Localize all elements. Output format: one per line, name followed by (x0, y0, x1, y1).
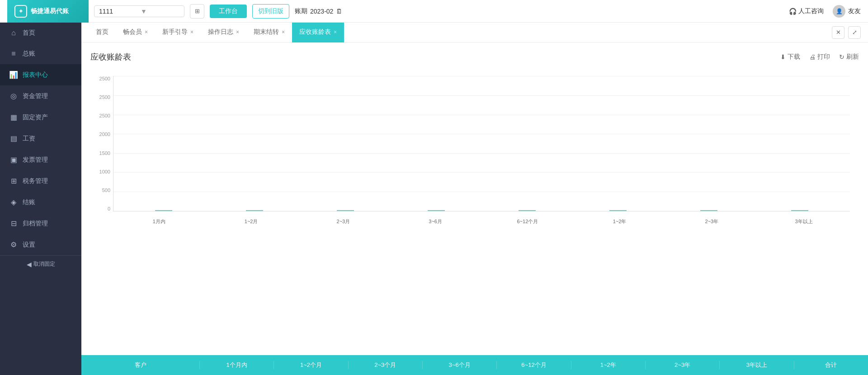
close-icon[interactable]: × (145, 29, 148, 35)
sidebar-item-ledger[interactable]: ≡ 总账 (0, 43, 81, 64)
th-6-12m: 6~12个月 (497, 361, 571, 369)
bar-3-6m (428, 210, 445, 211)
close-tab-button[interactable]: ✕ (832, 26, 844, 39)
bar-1m (155, 210, 172, 211)
x-label-3-6m: 3~6月 (389, 218, 481, 225)
refresh-button[interactable]: ↻ 刷新 (839, 53, 859, 61)
y-label: 2500 (99, 76, 110, 81)
x-label-3y-plus: 3年以上 (758, 218, 850, 225)
invoice-icon: ▣ (9, 155, 18, 164)
user-label: 友友 (848, 7, 861, 15)
bars-container (113, 76, 850, 211)
company-name: 1111 (99, 8, 138, 15)
close-icon[interactable]: × (282, 29, 285, 35)
th-1m: 1个月内 (200, 361, 274, 369)
tab-oplog[interactable]: 操作日志 × (201, 23, 246, 42)
bar-6-12m (519, 210, 536, 211)
sidebar-item-label: 归档管理 (23, 220, 48, 228)
sidebar-item-salary[interactable]: ▤ 工资 (0, 128, 81, 149)
sidebar-item-label: 总账 (23, 50, 35, 58)
sidebar-item-archive[interactable]: ⊟ 归档管理 (0, 213, 81, 234)
archive-icon: ⊟ (9, 219, 18, 228)
sidebar-item-home[interactable]: ⌂ 首页 (0, 23, 81, 43)
th-2-3y: 2~3年 (646, 361, 720, 369)
y-label: 2500 (99, 94, 110, 100)
bar-group-6-12m (482, 210, 573, 211)
consult-label: 人工咨询 (798, 7, 824, 15)
th-3-6m: 3~6个月 (423, 361, 497, 369)
bar-group-2-3m (300, 210, 391, 211)
tab-period-end[interactable]: 期末结转 × (246, 23, 292, 42)
page-title: 应收账龄表 (90, 52, 131, 62)
period-value: 2023-02 (310, 8, 333, 15)
sidebar-item-funds[interactable]: ◎ 资金管理 (0, 85, 81, 107)
th-1-2m: 1~2个月 (274, 361, 348, 369)
tab-vip[interactable]: 畅会员 × (116, 23, 155, 42)
tab-label: 期末结转 (254, 28, 279, 36)
bar-3y-plus (791, 210, 808, 211)
y-label: 500 (102, 188, 110, 193)
company-selector[interactable]: 1111 ▼ (94, 5, 184, 17)
th-customer: 客户 (81, 361, 200, 369)
avatar: 👤 (833, 5, 845, 18)
header-right: 🎧 人工咨询 👤 友友 (789, 5, 861, 18)
bar-group-1-2y (573, 210, 664, 211)
page-content: 应收账龄表 ⬇ 下载 🖨 打印 ↻ 刷新 2500 (81, 42, 868, 375)
bar-2-3m (337, 210, 354, 211)
y-axis: 2500 2500 2500 2000 1500 1000 500 0 (90, 76, 113, 211)
checkout-icon: ◈ (9, 198, 18, 206)
switch-version-button[interactable]: 切到旧版 (252, 4, 289, 19)
print-icon: 🖨 (809, 53, 816, 61)
x-label-1m: 1月内 (113, 218, 205, 225)
ledger-icon: ≡ (9, 50, 18, 58)
tax-icon: ⊞ (9, 177, 18, 185)
y-label: 1000 (99, 169, 110, 174)
th-2-3m: 2~3个月 (349, 361, 423, 369)
sidebar-item-settings[interactable]: ⚙ 设置 (0, 234, 81, 255)
close-icon[interactable]: × (236, 29, 239, 35)
print-button[interactable]: 🖨 打印 (809, 53, 830, 61)
expand-tab-button[interactable]: ⤢ (848, 26, 861, 39)
close-icon[interactable]: × (190, 29, 193, 35)
tab-home[interactable]: 首页 (89, 23, 116, 42)
close-icon[interactable]: × (334, 29, 337, 35)
sidebar-item-label: 税务管理 (23, 177, 48, 185)
main-area: 首页 畅会员 × 新手引导 × 操作日志 × 期末结转 × 应收账龄表 × ✕ … (81, 23, 868, 375)
bar-group-2-3y (664, 210, 755, 211)
headset-icon: 🎧 (789, 8, 797, 15)
x-axis: 1月内 1~2月 2~3月 3~6月 6~12个月 1~2年 2~3年 3年以上 (113, 218, 850, 225)
sidebar-collapse-button[interactable]: ◀ 取消固定 (0, 255, 81, 272)
sidebar-item-invoice[interactable]: ▣ 发票管理 (0, 149, 81, 170)
tab-label: 首页 (96, 28, 108, 36)
sidebar-item-tax[interactable]: ⊞ 税务管理 (0, 170, 81, 192)
tab-label: 应收账龄表 (299, 28, 331, 36)
calendar-icon[interactable]: 🗓 (336, 8, 342, 15)
th-3y-plus: 3年以上 (720, 361, 794, 369)
sidebar-item-assets[interactable]: ▦ 固定资产 (0, 107, 81, 128)
tab-guide[interactable]: 新手引导 × (155, 23, 201, 42)
sidebar-item-reports[interactable]: 📊 报表中心 (0, 64, 81, 85)
x-label-2-3m: 2~3月 (297, 218, 390, 225)
sidebar-item-checkout[interactable]: ◈ 结账 (0, 192, 81, 213)
bar-1-2m (246, 210, 263, 211)
th-1-2y: 1~2年 (571, 361, 646, 369)
sidebar-item-label: 设置 (23, 241, 35, 249)
chart-body (113, 76, 850, 211)
tab-label: 畅会员 (123, 28, 142, 36)
workbench-button[interactable]: 工作台 (210, 5, 247, 18)
x-label-1-2y: 1~2年 (574, 218, 666, 225)
bar-group-3y-plus (755, 210, 845, 211)
x-label-1-2m: 1~2月 (205, 218, 297, 225)
download-button[interactable]: ⬇ 下载 (780, 53, 800, 61)
sidebar-item-label: 发票管理 (23, 156, 48, 164)
sidebar-item-label: 资金管理 (23, 92, 48, 100)
y-label: 0 (108, 206, 110, 211)
tab-actions: ✕ ⤢ (832, 26, 861, 39)
assets-icon: ▦ (9, 113, 18, 122)
download-label: 下载 (788, 53, 800, 61)
user-area[interactable]: 👤 友友 (833, 5, 861, 18)
tab-ar-aging[interactable]: 应收账龄表 × (292, 23, 344, 42)
copy-button[interactable]: ⊞ (190, 4, 204, 19)
bar-group-1-2m (209, 210, 300, 211)
consult-button[interactable]: 🎧 人工咨询 (789, 7, 824, 15)
